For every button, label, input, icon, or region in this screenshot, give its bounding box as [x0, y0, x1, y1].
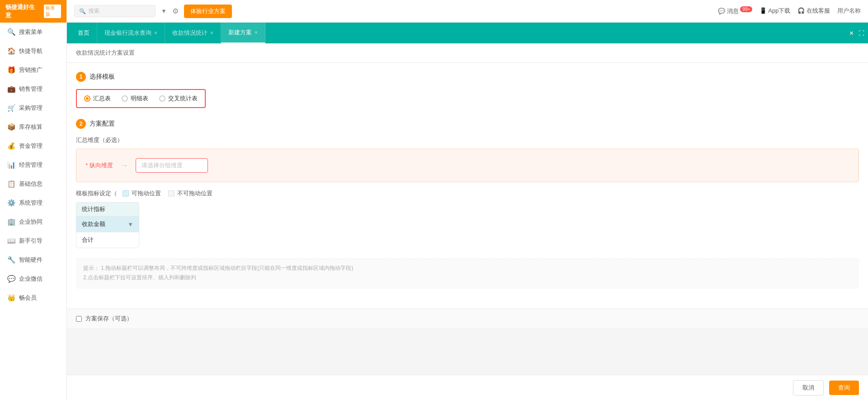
header-right: 💬 消息 99+ 📱 App下载 🎧 在线客服 用户名称 — [718, 7, 861, 15]
step1-label: 选择模板 — [90, 73, 115, 81]
sidebar-item-system[interactable]: ⚙️ 系统管理 — [0, 193, 66, 212]
finance-icon: 💰 — [7, 142, 15, 150]
sales-icon: 💼 — [7, 85, 15, 93]
tab-actions: ✕ ⛶ — [849, 30, 864, 37]
dimension-row: * 纵向维度 → 请选择分组维度 — [85, 158, 849, 173]
newbie-icon: 📖 — [7, 237, 15, 245]
tab-home[interactable]: 首页 — [71, 23, 97, 43]
tab-new-plan[interactable]: 新建方案 × — [221, 23, 265, 43]
sidebar-item-label: 新手引导 — [19, 237, 42, 245]
template-options: 汇总表 明细表 交叉统计表 — [76, 89, 206, 108]
metrics-header: 模板指标设定（ 可拖动位置 不可拖动位置 — [76, 189, 859, 198]
radio-detail[interactable]: 明细表 — [122, 94, 148, 103]
username-display[interactable]: 用户名称 — [837, 7, 861, 15]
member-icon: 👑 — [7, 294, 15, 302]
home-icon: 🏠 — [7, 47, 15, 55]
radio-dot-cross — [159, 95, 165, 102]
bottom-bar: 取消 查询 — [67, 375, 868, 400]
step2-title: 2 方案配置 — [76, 119, 859, 129]
sidebar-item-wechat[interactable]: 💬 企业微信 — [0, 269, 66, 288]
step1-block: 1 选择模板 汇总表 明细表 交叉统计表 — [76, 72, 859, 108]
dimension-select-placeholder: 请选择分组维度 — [142, 162, 183, 169]
metrics-table-cell1[interactable]: 收款金额 ▼ — [76, 216, 139, 232]
cancel-button[interactable]: 取消 — [793, 380, 824, 395]
legend-draggable-dot — [123, 190, 129, 197]
page-footer: 方案保存（可选） — [67, 309, 868, 328]
sidebar-item-quick-nav[interactable]: 🏠 快捷导航 — [0, 42, 66, 61]
radio-dot-detail — [122, 95, 128, 102]
industry-btn[interactable]: 体验行业方案 — [184, 5, 232, 18]
sidebar-item-label: 资金管理 — [19, 142, 42, 150]
dropdown-icon[interactable]: ▼ — [161, 8, 167, 14]
search-placeholder: 搜索 — [89, 7, 99, 15]
query-button[interactable]: 查询 — [829, 381, 859, 395]
sidebar-item-label: 经营管理 — [19, 161, 42, 169]
sidebar-item-member[interactable]: 👑 畅会员 — [0, 288, 66, 307]
sidebar-item-label: 基础信息 — [19, 180, 42, 188]
sidebar-item-label: 系统管理 — [19, 199, 42, 207]
online-service[interactable]: 🎧 在线客服 — [797, 7, 830, 15]
tab-bank-flow-close[interactable]: × — [154, 30, 157, 36]
dimension-select[interactable]: 请选择分组维度 — [136, 158, 208, 173]
radio-dot-summary — [84, 95, 90, 102]
gift-icon: 🎁 — [7, 66, 15, 74]
sidebar-item-inventory[interactable]: 📦 库存核算 — [0, 118, 66, 136]
sidebar-item-search-menu[interactable]: 🔍 搜索菜单 — [0, 23, 66, 42]
search-icon: 🔍 — [79, 8, 86, 14]
sidebar-item-hardware[interactable]: 🔧 智能硬件 — [0, 250, 66, 269]
dimension-area: * 纵向维度 → 请选择分组维度 — [76, 149, 859, 182]
sidebar-item-label: 搜索菜单 — [19, 28, 42, 36]
cell-dropdown-icon[interactable]: ▼ — [127, 221, 133, 228]
sidebar-item-newbie[interactable]: 📖 新手引导 — [0, 231, 66, 250]
sidebar-item-purchase[interactable]: 🛒 采购管理 — [0, 99, 66, 118]
tab-close-all-icon[interactable]: ✕ — [849, 30, 854, 37]
save-plan-checkbox-label[interactable]: 方案保存（可选） — [76, 315, 132, 323]
tab-new-plan-close[interactable]: × — [255, 29, 258, 36]
radio-detail-label: 明细表 — [131, 94, 148, 103]
sidebar-item-marketing[interactable]: 🎁 营销推广 — [0, 61, 66, 80]
tab-bar: 首页 现金银行流水查询 × 收款情况统计 × 新建方案 × ✕ ⛶ — [67, 23, 868, 43]
radio-cross[interactable]: 交叉统计表 — [159, 94, 198, 103]
sidebar-item-enterprise[interactable]: 🏢 企业协同 — [0, 212, 66, 231]
sidebar-item-finance[interactable]: 💰 资金管理 — [0, 136, 66, 155]
tips-line2: 2.点击标题栏下拉可设置排序、插入列和删除列 — [83, 274, 852, 282]
page-breadcrumb: 收款情况统计方案设置 — [67, 43, 868, 63]
notification-area[interactable]: 💬 消息 99+ — [718, 7, 752, 15]
sidebar-item-basic[interactable]: 📋 基础信息 — [0, 174, 66, 193]
radio-summary[interactable]: 汇总表 — [84, 94, 111, 103]
sidebar-item-label: 营销推广 — [19, 66, 42, 74]
enterprise-icon: 🏢 — [7, 218, 15, 226]
legend-fixed: 不可拖动位置 — [168, 189, 212, 198]
step1-num: 1 — [76, 72, 86, 82]
sidebar-item-label: 畅会员 — [19, 294, 37, 302]
sidebar-item-operation[interactable]: 📊 经营管理 — [0, 155, 66, 174]
tab-new-plan-label: 新建方案 — [228, 28, 252, 37]
tab-expand-icon[interactable]: ⛶ — [859, 30, 864, 37]
metrics-cell2-label: 合计 — [82, 236, 94, 243]
tips-area: 提示： 1.拖动标题栏可以调整布局，不可跨维度或指标区域拖动栏目字段(只能在同一… — [76, 259, 859, 289]
save-plan-checkbox[interactable] — [76, 316, 82, 322]
tab-collection-stats-close[interactable]: × — [210, 30, 213, 36]
metrics-title: 模板指标设定（ — [76, 189, 117, 198]
search-bar[interactable]: 🔍 搜索 — [74, 5, 156, 17]
step1-title: 1 选择模板 — [76, 72, 859, 82]
wechat-icon: 💬 — [7, 275, 15, 283]
tab-bank-flow[interactable]: 现金银行流水查询 × — [97, 23, 165, 43]
sidebar: 畅捷通好生意 标准版 🔍 搜索菜单 🏠 快捷导航 🎁 营销推广 💼 销售管理 🛒… — [0, 0, 67, 400]
step2-num: 2 — [76, 119, 86, 129]
system-icon: ⚙️ — [7, 199, 15, 207]
hardware-icon: 🔧 — [7, 256, 15, 264]
tab-home-label: 首页 — [78, 29, 90, 37]
sidebar-item-sales[interactable]: 💼 销售管理 — [0, 80, 66, 99]
legend-fixed-label: 不可拖动位置 — [177, 189, 212, 198]
purchase-icon: 🛒 — [7, 104, 15, 112]
sidebar-logo-badge: 标准版 — [44, 5, 61, 18]
search-menu-icon: 🔍 — [7, 28, 15, 36]
sidebar-logo: 畅捷通好生意 标准版 — [0, 0, 66, 23]
app-download[interactable]: 📱 App下载 — [760, 7, 790, 15]
gear-icon[interactable]: ⚙ — [172, 7, 179, 15]
sidebar-item-label: 企业协同 — [19, 218, 42, 226]
tab-collection-stats[interactable]: 收款情况统计 × — [165, 23, 221, 43]
metrics-legend: 可拖动位置 不可拖动位置 — [123, 189, 212, 198]
sidebar-item-label: 销售管理 — [19, 85, 42, 93]
